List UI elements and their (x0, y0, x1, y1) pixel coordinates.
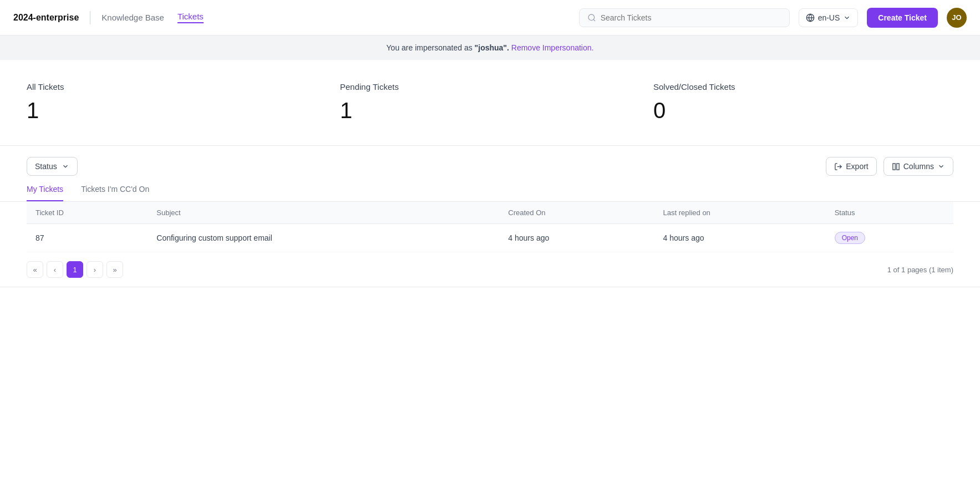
col-created-on: Created On (499, 202, 654, 224)
nav-tickets[interactable]: Tickets (177, 12, 204, 23)
pagination: « ‹ 1 › » 1 of 1 pages (1 item) (0, 252, 980, 287)
status-dropdown-label: Status (35, 162, 57, 171)
status-badge: Open (835, 232, 865, 244)
cell-subject: Configuring custom support email (148, 224, 499, 252)
columns-button[interactable]: Columns (883, 157, 953, 176)
search-bar[interactable] (579, 8, 790, 27)
svg-rect-6 (897, 163, 899, 169)
nav-knowledge-base[interactable]: Knowledge Base (101, 13, 164, 22)
stats-section: All Tickets 1 Pending Tickets 1 Solved/C… (0, 60, 980, 146)
page-1-button[interactable]: 1 (67, 261, 83, 278)
export-button[interactable]: Export (826, 157, 876, 176)
next-page-button[interactable]: › (87, 261, 103, 278)
chevron-down-icon (937, 162, 945, 170)
search-input[interactable] (601, 13, 781, 22)
stat-all-tickets-value: 1 (27, 98, 313, 123)
chevron-down-icon (62, 162, 69, 170)
stat-solved-tickets-label: Solved/Closed Tickets (653, 82, 940, 91)
avatar[interactable]: JO (947, 8, 967, 28)
table-row[interactable]: 87 Configuring custom support email 4 ho… (27, 224, 953, 252)
col-subject: Subject (148, 202, 499, 224)
header: 2024-enterprise Knowledge Base Tickets e… (0, 0, 980, 35)
chevron-down-icon (843, 14, 851, 22)
stat-pending-tickets: Pending Tickets 1 (327, 82, 640, 123)
search-icon (587, 13, 596, 22)
col-status: Status (826, 202, 953, 224)
prev-page-button[interactable]: ‹ (47, 261, 63, 278)
cell-status: Open (826, 224, 953, 252)
export-label: Export (846, 162, 868, 171)
col-last-replied: Last replied on (654, 202, 826, 224)
lang-label: en-US (818, 13, 840, 22)
stat-pending-tickets-label: Pending Tickets (340, 82, 627, 91)
impersonation-username: "joshua". (475, 43, 509, 52)
tabs: My Tickets Tickets I'm CC'd On (0, 176, 980, 202)
columns-icon (892, 162, 900, 171)
toolbar: Status Export Columns (0, 146, 980, 176)
header-nav: Knowledge Base Tickets (101, 12, 204, 23)
status-dropdown[interactable]: Status (27, 157, 78, 176)
cell-ticket-id: 87 (27, 224, 148, 252)
create-ticket-button[interactable]: Create Ticket (867, 8, 938, 28)
cell-last-replied: 4 hours ago (654, 224, 826, 252)
tab-my-tickets[interactable]: My Tickets (27, 185, 63, 201)
export-icon (834, 162, 842, 171)
language-selector[interactable]: en-US (799, 8, 859, 27)
tab-cc-tickets[interactable]: Tickets I'm CC'd On (81, 185, 149, 201)
stat-solved-tickets-value: 0 (653, 98, 940, 123)
svg-line-1 (593, 19, 595, 21)
impersonation-banner: You are impersonated as "joshua". Remove… (0, 35, 980, 60)
stat-all-tickets-label: All Tickets (27, 82, 313, 91)
stat-pending-tickets-value: 1 (340, 98, 627, 123)
stat-all-tickets: All Tickets 1 (27, 82, 327, 123)
table-container: Ticket ID Subject Created On Last replie… (0, 202, 980, 252)
stat-solved-tickets: Solved/Closed Tickets 0 (640, 82, 953, 123)
pagination-info: 1 of 1 pages (1 item) (887, 266, 953, 274)
svg-point-0 (588, 14, 595, 21)
columns-label: Columns (903, 162, 934, 171)
tickets-table: Ticket ID Subject Created On Last replie… (27, 202, 953, 252)
brand-title: 2024-enterprise (13, 13, 79, 23)
first-page-button[interactable]: « (27, 261, 43, 278)
cell-created-on: 4 hours ago (499, 224, 654, 252)
remove-impersonation-link[interactable]: Remove Impersonation. (511, 43, 594, 52)
last-page-button[interactable]: » (106, 261, 123, 278)
impersonation-text-before: You are impersonated as (387, 43, 473, 52)
header-divider (90, 11, 90, 24)
globe-icon (806, 13, 815, 22)
col-ticket-id: Ticket ID (27, 202, 148, 224)
svg-rect-5 (893, 163, 895, 169)
